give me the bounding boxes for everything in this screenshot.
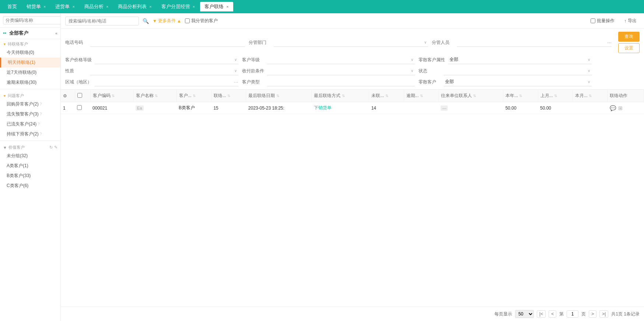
help-icon-3: ? [38,122,40,126]
th-name[interactable]: 客户名称 ⇅ [133,90,176,102]
filter-row-2: 客户价格等级 ∨ 客户等级 ∨ 零散客户属性 全部 [65,55,640,64]
th-type[interactable]: 客户... ⇅ [176,90,211,102]
th-this-month[interactable]: 本月... ⇅ [573,90,607,102]
th-gear[interactable]: ⚙ [61,90,75,102]
row-checkbox[interactable] [77,105,82,110]
sidebar-divider-1 [0,89,60,89]
sidebar-all-customers[interactable]: ▪▪ 全部客户 « [0,28,60,39]
batch-op-checkbox[interactable] [591,18,595,23]
nature-select[interactable]: ∨ [90,66,238,75]
page-number-input[interactable] [567,310,578,318]
th-overdue[interactable]: 逾期... ⇅ [404,90,438,102]
th-this-year[interactable]: 本年... ⇅ [503,90,538,102]
select-all-checkbox[interactable] [77,93,82,98]
sidebar-item-a-class[interactable]: A类客户(1) [0,161,60,171]
filter-customer-type: 客户类型 [242,77,415,86]
page-size-select[interactable]: 50 100 200 [515,310,534,318]
customer-level-select[interactable]: ∨ [267,55,415,64]
nav-home-label: 首页 [7,3,17,10]
next-page-button[interactable]: > [589,310,596,318]
region-dots[interactable]: ··· [234,79,238,85]
customer-price-caret: ∨ [234,58,237,62]
close-sales-icon[interactable]: × [43,4,46,9]
retail-attr-select[interactable]: 全部 ∨ [448,55,592,64]
th-last-contact-way[interactable]: 最后联络方式 ⇅ [312,90,369,102]
nav-product-analysis-list[interactable]: 商品分析列表 × [113,2,156,11]
nav-customer-contact[interactable]: 客户联络 × [200,2,233,11]
query-set-buttons: 查询 设置 [618,32,640,53]
th-not-contact[interactable]: 未联... ⇅ [369,90,404,102]
customer-table-container: ⚙ 客户编码 ⇅ 客户名称 ⇅ 客户... ⇅ [61,90,644,307]
nav-sales[interactable]: 销货单 × [22,2,50,11]
sidebar-item-7days-contact[interactable]: 近7天待联络(0) [0,68,60,77]
th-unit-contact[interactable]: 往来单位联系人 ⇅ [438,90,503,102]
nav-customer-segment[interactable]: 客户分层经营 × [157,2,199,11]
grid-icon[interactable]: ⊞ [618,105,623,111]
th-last-month[interactable]: 上月... ⇅ [538,90,573,102]
nav-home[interactable]: 首页 [3,2,21,11]
filter-division-person: 分管人员 ··· [432,38,612,47]
sidebar-item-tomorrow-contact[interactable]: 明天待联络(1) [0,58,60,68]
close-product-analysis-icon[interactable]: × [106,4,108,9]
chat-icon[interactable]: 💬 [610,105,616,111]
refresh-icon[interactable]: ↻ [49,145,53,150]
region-input[interactable]: ··· [95,77,238,86]
td-code: 000021 [90,102,133,114]
my-customers-checkbox[interactable] [185,18,190,23]
th-contact[interactable]: 联络... ⇅ [211,90,246,102]
my-customers-checkbox-label[interactable]: 我分管的客户 [185,18,218,24]
sidebar-item-overdue-contact[interactable]: 逾期未联络(30) [0,77,60,87]
customer-price-select[interactable]: ∨ [95,55,238,64]
sidebar-item-c-class[interactable]: C类客户(6) [0,181,60,191]
filter-search-button[interactable]: 🔍 [143,18,149,24]
export-button[interactable]: ↑ 导出 [621,16,640,25]
division-dept-caret: ∨ [424,40,427,44]
td-last-contact-way[interactable]: 下销货单 [312,102,369,114]
filter-search-input[interactable] [65,17,139,25]
batch-op-button[interactable]: 批量操作 [588,16,617,25]
status-select[interactable]: ∨ [444,66,592,75]
th-checkbox[interactable] [75,90,90,102]
sidebar-item-today-contact[interactable]: 今天待联络(0) [0,48,60,58]
sort-code-icon: ⇅ [112,94,115,98]
last-page-button[interactable]: >| [599,310,608,318]
td-checkbox[interactable] [75,102,90,114]
close-product-analysis-list-icon[interactable]: × [149,4,151,9]
sidebar-item-declining[interactable]: 持续下滑客户(2) ? [0,129,60,139]
set-button[interactable]: 设置 [618,43,640,53]
nav-product-analysis[interactable]: 商品分析 × [80,2,113,11]
sidebar-search-input[interactable] [3,16,61,24]
phone-input-line[interactable] [90,38,245,47]
division-person-dots[interactable]: ··· [607,39,612,45]
sidebar-item-churn-warning[interactable]: 流失预警客户(3) ? [0,109,60,119]
more-conditions-button[interactable]: ▼ 更多条件 ▲ [153,18,181,24]
division-person-input[interactable]: ··· [457,38,612,47]
sidebar-collapse-icon[interactable]: « [55,31,57,35]
filter-row-1: 电话号码 分管部门 ∨ 分管人员 ··· [65,32,640,53]
sort-type-icon: ⇅ [193,94,196,98]
retail-customer-select[interactable]: 全部 ∨ [444,77,592,86]
retail-attr-caret: ∨ [588,58,590,62]
nature-caret: ∨ [234,69,237,73]
nav-purchase[interactable]: 进货单 × [51,2,79,11]
th-code[interactable]: 客户编码 ⇅ [90,90,133,102]
first-page-button[interactable]: |< [537,310,546,318]
query-button[interactable]: 查询 [618,32,640,42]
close-customer-segment-icon[interactable]: × [193,4,195,9]
close-customer-contact-icon[interactable]: × [226,4,228,9]
edit-icon[interactable]: ✎ [54,145,57,150]
total-records: 共1页 1条记录 [611,311,640,317]
sidebar-pending-group: ▼ 待联络客户 [0,39,60,48]
payment-select[interactable]: ∨ [267,66,415,75]
th-last-contact-date[interactable]: 最后联络日期 ⇅ [246,90,312,102]
last-contact-way-link[interactable]: 下销货单 [314,105,332,110]
prev-page-button[interactable]: < [549,310,556,318]
sort-ty-icon: ⇅ [519,94,522,98]
sidebar-item-ungroup[interactable]: 未分组(32) [0,151,60,161]
division-dept-select[interactable]: ∨ [274,38,428,47]
customer-type-select[interactable] [267,77,415,86]
sidebar-item-b-class[interactable]: B类客户(33) [0,171,60,181]
sidebar-item-churned[interactable]: 已流失客户(24) ? [0,119,60,129]
sidebar-item-repurchase-abnormal[interactable]: 回购异常客户(2) ? [0,99,60,109]
close-purchase-icon[interactable]: × [72,4,74,9]
